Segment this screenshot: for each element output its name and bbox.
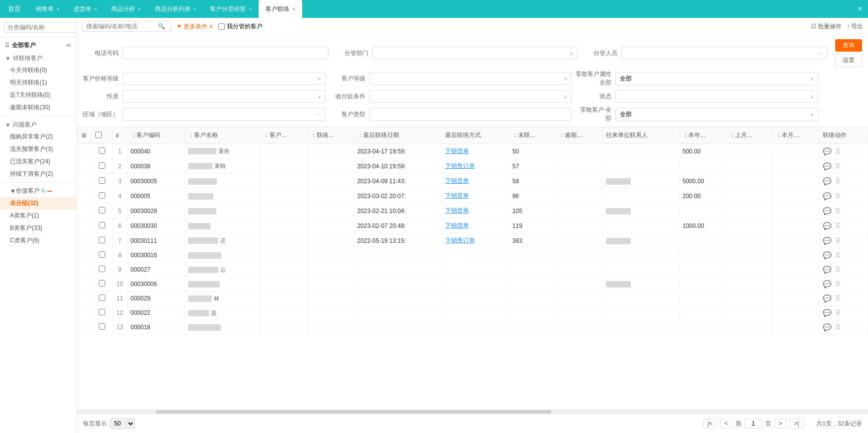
last-method-link-0[interactable]: 下销货单: [445, 147, 469, 154]
tab-product-analysis-list[interactable]: 商品分析列表 ×: [148, 0, 203, 18]
grid-action-icon-12[interactable]: ⠿: [835, 323, 840, 331]
grid-action-icon-4[interactable]: ⠿: [835, 207, 840, 215]
chat-icon-6[interactable]: 💬: [823, 237, 831, 245]
row-checkbox-8[interactable]: [92, 263, 112, 277]
batch-op-button[interactable]: ☑ 批量操作: [811, 22, 842, 31]
next-page-btn[interactable]: >: [774, 419, 787, 429]
tab-customer-tiering[interactable]: 客户分层经营 ×: [203, 0, 259, 18]
last-method-link-4[interactable]: 下销货单: [445, 207, 469, 214]
col-name-header[interactable]: ：客户名称: [185, 127, 261, 144]
row-last-method-3[interactable]: 下销货单: [442, 189, 509, 204]
customer-type-input[interactable]: [369, 108, 572, 121]
home-tab[interactable]: 首页: [0, 0, 29, 18]
prev-page-btn[interactable]: <: [720, 419, 733, 429]
tab-sales-order[interactable]: 销售单 ×: [29, 0, 67, 18]
row-checkbox-0[interactable]: [92, 144, 112, 159]
chat-icon-8[interactable]: 💬: [823, 266, 831, 274]
region-input[interactable]: ···: [123, 108, 326, 121]
grid-action-icon-11[interactable]: ⠿: [835, 309, 840, 317]
sidebar-item-overdue-pending[interactable]: 逾期未联络(30): [0, 101, 76, 114]
sidebar-search-input[interactable]: [4, 22, 77, 33]
col-last-date-header[interactable]: ：最后联络日期: [354, 127, 442, 144]
refresh-icon[interactable]: ↻: [41, 188, 46, 194]
export-button[interactable]: ↑ 导出: [847, 22, 863, 31]
col-no-contact-header[interactable]: ：未联...: [509, 127, 556, 144]
scrollbar-indicator[interactable]: [77, 410, 868, 414]
last-page-btn[interactable]: >|: [790, 419, 803, 429]
tab-product-analysis[interactable]: 商品分析 ×: [104, 0, 148, 18]
row-checkbox-2[interactable]: [92, 174, 112, 189]
close-product-analysis-icon[interactable]: ×: [138, 6, 141, 12]
sidebar-item-unclassified[interactable]: 未分组(32): [0, 197, 76, 210]
last-method-link-6[interactable]: 下销售订单: [445, 237, 475, 244]
sidebar-item-lost[interactable]: 已流失客户(24): [0, 155, 76, 168]
last-method-link-2[interactable]: 下销货单: [445, 177, 469, 184]
chat-icon-11[interactable]: 💬: [823, 309, 831, 317]
sidebar-item-tomorrow-pending[interactable]: 明天待联络(1): [0, 76, 76, 89]
col-contact-header[interactable]: ：联络...: [307, 127, 354, 144]
col-overdue-header[interactable]: ：逾期...: [556, 127, 602, 144]
grid-action-icon-5[interactable]: ⠿: [835, 222, 840, 230]
per-page-select[interactable]: 50 100 200: [110, 418, 135, 429]
last-method-link-1[interactable]: 下销售订单: [445, 162, 475, 169]
row-last-method-6[interactable]: 下销售订单: [442, 233, 509, 248]
filter-search-icon[interactable]: 🔍: [158, 23, 165, 30]
tab-purchase-order[interactable]: 进货单 ×: [67, 0, 104, 18]
row-last-method-0[interactable]: 下销货单: [442, 144, 509, 159]
sidebar-item-loss-warning[interactable]: 流失预警客户(3): [0, 143, 76, 155]
col-type-header[interactable]: ：客户...: [261, 127, 307, 144]
select-all-checkbox[interactable]: [95, 132, 102, 138]
col-last-month-header[interactable]: ：上月...: [726, 127, 773, 144]
collapse-all-icon[interactable]: ≪: [66, 42, 71, 49]
row-last-method-2[interactable]: 下销货单: [442, 174, 509, 189]
row-checkbox-1[interactable]: [92, 159, 112, 174]
grid-action-icon-3[interactable]: ⠿: [835, 192, 840, 200]
close-purchase-order-icon[interactable]: ×: [94, 6, 97, 12]
tab-customer-contact[interactable]: 客户联络 ×: [259, 0, 302, 18]
sidebar-item-declining[interactable]: 持续下滑客户(2): [0, 168, 76, 180]
scrollbar-thumb[interactable]: [156, 410, 551, 414]
sidebar-item-hoard-abnormal[interactable]: 囤购异常客户(2): [0, 131, 76, 143]
col-company-contact-header[interactable]: 往来单位联系人: [602, 127, 679, 144]
row-last-method-5[interactable]: 下销货单: [442, 218, 509, 233]
row-checkbox-5[interactable]: [92, 218, 112, 233]
my-customers-check[interactable]: [218, 23, 225, 30]
value-group-title[interactable]: ▼ 价值客户 ↻: [0, 185, 76, 197]
person-select[interactable]: ···: [621, 47, 827, 60]
close-sales-order-icon[interactable]: ×: [57, 6, 60, 12]
row-checkbox-10[interactable]: [92, 291, 112, 306]
col-checkbox-header[interactable]: [92, 127, 112, 144]
row-checkbox-12[interactable]: [92, 320, 112, 335]
row-last-method-4[interactable]: 下销货单: [442, 204, 509, 218]
close-window-icon[interactable]: ×: [858, 4, 862, 13]
chat-icon-9[interactable]: 💬: [823, 280, 831, 288]
sidebar-item-class-c[interactable]: C类客户(6): [0, 234, 76, 247]
chat-icon-0[interactable]: 💬: [823, 147, 831, 155]
more-conditions-btn[interactable]: ▼ 更多条件 ∧: [176, 22, 213, 31]
last-method-link-3[interactable]: 下销货单: [445, 192, 469, 199]
query-button[interactable]: 查询: [835, 39, 862, 52]
filter-search-input[interactable]: [86, 23, 156, 30]
last-method-link-5[interactable]: 下销货单: [445, 222, 469, 229]
sidebar-item-class-a[interactable]: A类客户(1): [0, 210, 76, 222]
grid-action-icon-6[interactable]: ⠿: [835, 237, 840, 245]
col-this-year-header[interactable]: ：本年...: [679, 127, 726, 144]
row-last-method-1[interactable]: 下销售订单: [442, 159, 509, 174]
grid-action-icon-2[interactable]: ⠿: [835, 177, 840, 185]
reset-button[interactable]: 设置: [835, 54, 862, 67]
chat-icon-12[interactable]: 💬: [823, 323, 831, 331]
chat-icon-2[interactable]: 💬: [823, 177, 831, 185]
chat-icon-10[interactable]: 💬: [823, 294, 831, 302]
first-page-btn[interactable]: |<: [703, 419, 717, 429]
nature-select[interactable]: ∨: [123, 90, 326, 103]
status-select[interactable]: ∨: [615, 90, 818, 103]
col-code-header[interactable]: ：客户编码: [127, 127, 185, 144]
payment-select[interactable]: ∨: [369, 90, 572, 103]
row-checkbox-7[interactable]: [92, 248, 112, 263]
page-input[interactable]: [744, 419, 762, 429]
grid-action-icon-7[interactable]: ⠿: [835, 251, 840, 259]
sparse-attr-select[interactable]: 全部 ∨: [615, 72, 818, 85]
col-settings-header[interactable]: ⚙: [77, 127, 92, 144]
row-checkbox-6[interactable]: [92, 233, 112, 248]
close-customer-tiering-icon[interactable]: ×: [249, 6, 252, 12]
